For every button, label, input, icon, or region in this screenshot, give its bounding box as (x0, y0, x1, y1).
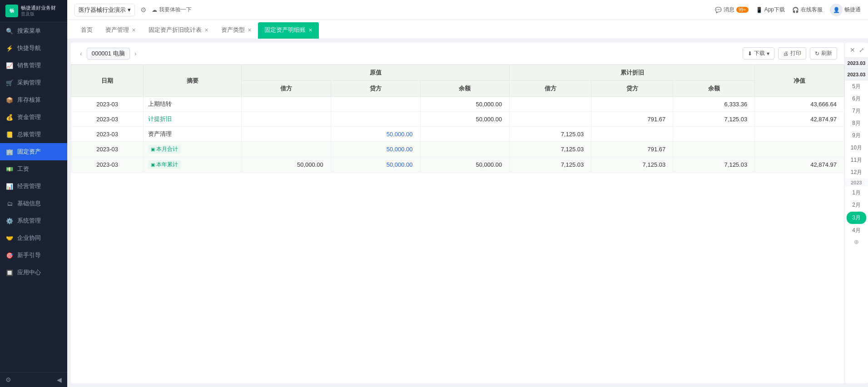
month-item-5[interactable]: 5月 (845, 80, 868, 93)
asset-nav-right: ⬇ 下载 ▾ 🖨 打印 ↻ 刷新 (743, 47, 837, 60)
cell-orig-balance: 50,000.00 (420, 112, 510, 127)
online-service-button[interactable]: 🎧 在线客服 (792, 6, 823, 14)
app-edition: 普及版 (21, 11, 56, 17)
th-net-value: 净值 (755, 65, 844, 97)
month-item-9[interactable]: 9月 (845, 129, 868, 142)
refresh-button[interactable]: ↻ 刷新 (810, 47, 837, 60)
sidebar-item-fixed-assets[interactable]: 🏢 固定资产 (0, 143, 67, 160)
month-item-4[interactable]: 4月 (845, 224, 868, 237)
sidebar-item-label: 系统管理 (17, 217, 41, 225)
close-panel-button[interactable]: ✕ (849, 45, 856, 55)
sidebar-item-basic[interactable]: 🗂 基础信息 (0, 195, 67, 212)
user-menu[interactable]: 👤 畅捷通 (830, 4, 861, 16)
badge-label: 本月合计 (156, 145, 178, 153)
sidebar-item-operation[interactable]: 📊 经营管理 (0, 178, 67, 195)
sidebar-item-system[interactable]: ⚙️ 系统管理 (0, 212, 67, 229)
th-date: 日期 (71, 65, 144, 97)
tab-home[interactable]: 首页 (74, 22, 99, 39)
expand-panel-button[interactable]: ⤢ (858, 45, 865, 55)
sidebar-item-appstore[interactable]: 🔲 应用中心 (0, 264, 67, 281)
month-item-2[interactable]: 2月 (845, 199, 868, 211)
sidebar-item-search[interactable]: 🔍 搜索菜单 (0, 22, 67, 40)
guide-icon: 🎯 (5, 251, 14, 259)
month-item-11[interactable]: 11月 (845, 154, 868, 166)
collapse-icon[interactable]: ◀ (57, 376, 62, 383)
next-asset-button[interactable]: › (133, 49, 139, 58)
table-row-summary-month: 2023-03 ▣ 本月合计 50,000.00 7,125.03 (71, 142, 844, 157)
month-item-1[interactable]: 1月 (845, 187, 868, 199)
print-button[interactable]: 🖨 打印 (778, 47, 806, 60)
sidebar-item-label: 搜索菜单 (17, 27, 41, 35)
sidebar-item-salary[interactable]: 💵 工资 (0, 160, 67, 178)
month-item-3-active[interactable]: 3月 (847, 212, 866, 224)
prev-asset-button[interactable]: ‹ (78, 49, 84, 58)
inventory-icon: 📦 (5, 96, 14, 104)
cell-net-value (755, 142, 844, 157)
app-download-button[interactable]: 📱 App下载 (756, 6, 785, 14)
sidebar-item-purchase[interactable]: 🛒 采购管理 (0, 74, 67, 91)
topbar-left: 医疗器械行业演示 ▾ ⚙ ☁ 我要体验一下 (74, 4, 709, 16)
company-selector[interactable]: 医疗器械行业演示 ▾ (74, 4, 135, 16)
sidebar-item-ledger[interactable]: 📒 总账管理 (0, 126, 67, 143)
sidebar-item-sales[interactable]: 📈 销售管理 (0, 57, 67, 74)
download-button[interactable]: ⬇ 下载 ▾ (743, 47, 774, 60)
badge-label: 本年累计 (156, 161, 178, 169)
tab-home-label: 首页 (81, 26, 93, 34)
settings-gear-icon[interactable]: ⚙ (139, 4, 148, 16)
collab-icon: 🤝 (5, 234, 14, 242)
sidebar-item-label: 企业协同 (17, 234, 41, 242)
th-dep-debit: 借方 (510, 81, 591, 97)
cell-dep-balance: 6,333.36 (673, 97, 755, 112)
cell-orig-balance (420, 127, 510, 142)
table-row-summary-year: 2023-03 ▣ 本年累计 50,000.00 50,000.00 50,00… (71, 157, 844, 173)
sidebar: 畅 畅捷通好业务财 普及版 🔍 搜索菜单 ⚡ 快捷导航 📈 销售管理 🛒 采购管… (0, 0, 67, 387)
tab-detail[interactable]: 固定资产明细账 ✕ (258, 22, 319, 39)
experience-button[interactable]: ☁ 我要体验一下 (152, 6, 192, 14)
tab-assettype-close[interactable]: ✕ (248, 27, 252, 33)
cell-dep-balance: 7,125.03 (673, 157, 755, 173)
month-item-10[interactable]: 10月 (845, 142, 868, 154)
cell-orig-balance: 50,000.00 (420, 97, 510, 112)
cell-dep-credit (591, 127, 673, 142)
asset-navigation: ‹ 000001 电脑 › ⬇ 下载 ▾ 🖨 打印 ↻ (71, 43, 844, 64)
print-label: 打印 (790, 50, 801, 57)
tab-assets-label: 资产管理 (105, 26, 129, 34)
message-label: 消息 (724, 6, 734, 14)
cell-orig-balance: 50,000.00 (420, 157, 510, 173)
sidebar-header: 畅 畅捷通好业务财 普及版 (0, 0, 67, 22)
settings-icon[interactable]: ⚙ (5, 376, 11, 383)
month-item-8[interactable]: 8月 (845, 117, 868, 129)
month-item-6[interactable]: 6月 (845, 93, 868, 105)
tab-assets-close[interactable]: ✕ (132, 27, 136, 33)
sales-icon: 📈 (5, 61, 14, 69)
sidebar-item-inventory[interactable]: 📦 库存核算 (0, 91, 67, 109)
message-button[interactable]: 💬 消息 99+ (715, 6, 749, 14)
cell-dep-credit (591, 97, 673, 112)
th-original-value: 原值 (242, 65, 510, 81)
main-panel: ‹ 000001 电脑 › ⬇ 下载 ▾ 🖨 打印 ↻ (71, 43, 844, 383)
year-item-2023[interactable]: 2023 (845, 179, 868, 187)
sidebar-item-collab[interactable]: 🤝 企业协同 (0, 229, 67, 247)
sidebar-item-guide[interactable]: 🎯 新手引导 (0, 247, 67, 264)
tab-detail-label: 固定资产明细账 (264, 26, 306, 34)
tab-assets[interactable]: 资产管理 ✕ (99, 22, 142, 39)
company-name: 医疗器械行业演示 (79, 6, 126, 14)
cell-net-value: 43,666.64 (755, 97, 844, 112)
sidebar-item-capital[interactable]: 💰 资金管理 (0, 109, 67, 126)
month-item-12[interactable]: 12月 (845, 166, 868, 179)
tab-depreport-close[interactable]: ✕ (204, 27, 208, 33)
sidebar-item-label: 工资 (17, 165, 29, 173)
summary-year-badge: ▣ 本年累计 (148, 160, 181, 169)
summary-month-badge: ▣ 本月合计 (148, 145, 181, 154)
tab-detail-close[interactable]: ✕ (308, 27, 312, 33)
sidebar-item-label: 新手引导 (17, 251, 41, 259)
cell-date: 2023-03 (71, 97, 144, 112)
table-row: 2023-03 资产清理 50,000.00 7,125.03 (71, 127, 844, 142)
tab-assettype[interactable]: 资产类型 ✕ (215, 22, 258, 39)
cell-orig-credit: 50,000.00 (331, 142, 420, 157)
month-item-7[interactable]: 7月 (845, 105, 868, 117)
date-nav-down-arrow[interactable]: ⊕ (845, 237, 868, 247)
print-icon: 🖨 (783, 50, 789, 57)
tab-depreport[interactable]: 固定资产折旧统计表 ✕ (142, 22, 215, 39)
sidebar-item-quick[interactable]: ⚡ 快捷导航 (0, 40, 67, 57)
